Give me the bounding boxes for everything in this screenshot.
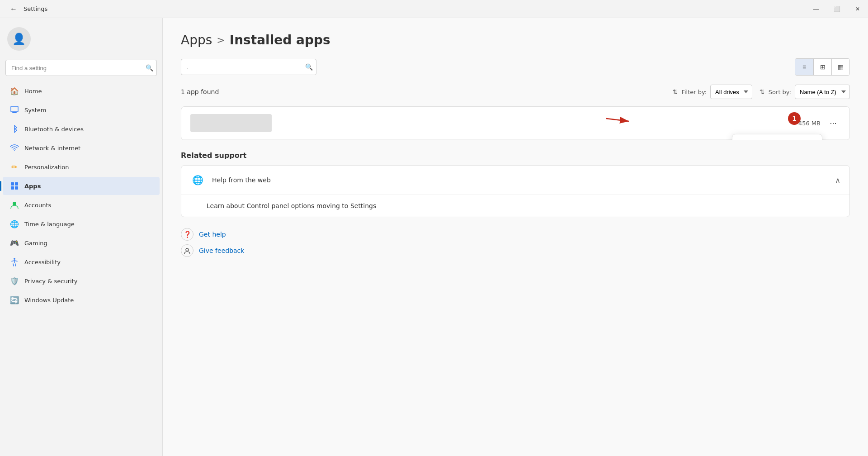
sidebar-item-time[interactable]: 🌐 Time & language [3,215,160,233]
sidebar-item-personalization[interactable]: ✏️ Personalization [3,158,160,176]
app-context-menu: Advanced options Move Uninstall [732,134,822,140]
sidebar-item-accounts[interactable]: Accounts [3,196,160,214]
get-help-item[interactable]: ❓ Get help [181,228,850,241]
give-feedback-icon [181,244,193,257]
svg-rect-0 [11,106,18,112]
related-card: 🌐 Help from the web ∧ Learn about Contro… [181,165,850,217]
nav-item-wrapper-personalization: ✏️ Personalization [0,157,162,176]
app-icon [190,114,272,132]
sidebar-item-label-system: System [24,107,46,114]
nav-item-wrapper-bluetooth: Bluetooth & devices [0,119,162,138]
sidebar-item-gaming[interactable]: 🎮 Gaming [3,234,160,252]
sidebar-item-label-network: Network & internet [24,145,80,152]
app-size: 456 MB [798,120,821,127]
menu-advanced-options[interactable]: Advanced options [732,134,822,140]
help-section: ❓ Get help Give feedback [181,228,850,257]
breadcrumb: Apps > Installed apps [181,33,850,48]
nav-item-wrapper-gaming: 🎮 Gaming [0,233,162,252]
sidebar-item-apps[interactable]: Apps [3,177,160,195]
svg-rect-5 [11,186,14,190]
view-list-button[interactable]: ≡ [795,59,813,75]
view-compact-button[interactable]: ▦ [831,59,849,75]
sidebar-item-privacy[interactable]: 🛡️ Privacy & security [3,272,160,290]
active-indicator [0,181,1,191]
annotation-1: 1 [788,112,801,125]
sort-group: ⇅ Sort by: Name (A to Z) [760,85,850,99]
filter-funnel-icon: ⇅ [673,88,678,95]
sort-select[interactable]: Name (A to Z) [795,85,850,99]
minimize-button[interactable]: — [806,0,826,18]
main-layout: 👤 🔍 🏠 Home System [0,18,868,456]
sidebar-item-label-update: Windows Update [24,297,74,304]
web-icon: 🌐 [190,173,205,187]
accessibility-icon [10,257,19,266]
bluetooth-icon [10,124,19,133]
get-help-icon: ❓ [181,228,193,241]
related-item-label-help-web: Help from the web [212,176,271,184]
view-grid-button[interactable]: ⊞ [813,59,831,75]
system-icon [10,105,19,114]
sidebar-item-update[interactable]: 🔄 Windows Update [3,291,160,309]
sidebar-item-label-personalization: Personalization [24,164,69,171]
app-search-input[interactable] [181,59,316,75]
view-buttons: ≡ ⊞ ▦ [795,58,850,76]
privacy-icon: 🛡️ [10,276,19,285]
list-icon: ≡ [802,63,806,71]
related-item-help-web[interactable]: 🌐 Help from the web ∧ [181,166,849,195]
update-icon: 🔄 [10,295,19,304]
search-input[interactable] [5,60,157,76]
app-search[interactable]: 🔍 [181,59,316,75]
svg-point-7 [13,202,16,205]
close-button[interactable]: ✕ [847,0,868,18]
svg-rect-6 [15,186,18,190]
filter-select[interactable]: All drives [710,85,752,99]
sidebar-item-label-time: Time & language [24,221,75,228]
sidebar-item-label-apps: Apps [24,183,41,190]
nav-item-wrapper-apps: Apps [0,176,162,195]
sidebar-item-label-accessibility: Accessibility [24,259,61,266]
window-controls: — ⬜ ✕ [806,0,868,18]
search-icon[interactable]: 🔍 [146,64,153,71]
sidebar-item-accessibility[interactable]: Accessibility [3,253,160,271]
sidebar-item-system[interactable]: System [3,101,160,119]
user-profile[interactable]: 👤 [0,22,162,60]
sidebar-item-bluetooth[interactable]: Bluetooth & devices [3,120,160,138]
filter-group: ⇅ Filter by: All drives [673,85,752,99]
sort-label: Sort by: [769,89,791,95]
collapse-icon[interactable]: ∧ [835,176,840,185]
sort-icon: ⇅ [760,88,765,95]
back-button[interactable]: ← [7,3,20,15]
home-icon: 🏠 [10,86,19,95]
nav-item-wrapper-home: 🏠 Home [0,81,162,100]
sidebar-item-label-bluetooth: Bluetooth & devices [24,126,84,133]
related-support: Related support 🌐 Help from the web ∧ Le… [181,151,850,217]
network-icon [10,143,19,152]
give-feedback-label: Give feedback [199,247,244,254]
get-help-label: Get help [199,231,226,238]
avatar: 👤 [7,27,31,51]
breadcrumb-parent[interactable]: Apps [181,33,212,48]
related-item-label-control-panel: Learn about Control panel options moving… [207,202,376,209]
titlebar-title: Settings [24,5,47,12]
related-support-title: Related support [181,151,850,160]
gaming-icon: 🎮 [10,238,19,247]
sidebar-search[interactable]: 🔍 [5,60,157,76]
breadcrumb-separator: > [217,34,225,46]
grid-icon: ⊞ [820,63,826,71]
sidebar-item-home[interactable]: 🏠 Home [3,82,160,100]
compact-icon: ▦ [838,63,844,71]
nav-item-wrapper-time: 🌐 Time & language [0,214,162,233]
svg-rect-2 [13,112,16,113]
sidebar-item-network[interactable]: Network & internet [3,139,160,157]
svg-rect-3 [11,182,14,185]
maximize-button[interactable]: ⬜ [826,0,847,18]
nav-item-wrapper-privacy: 🛡️ Privacy & security [0,271,162,290]
sidebar: 👤 🔍 🏠 Home System [0,18,163,456]
svg-point-8 [14,258,15,260]
time-icon: 🌐 [10,219,19,228]
related-item-control-panel[interactable]: Learn about Control panel options moving… [181,195,849,217]
personalization-icon: ✏️ [10,162,19,171]
nav-item-wrapper-system: System [0,100,162,119]
app-menu-button[interactable]: ··· [826,116,840,130]
give-feedback-item[interactable]: Give feedback [181,244,850,257]
